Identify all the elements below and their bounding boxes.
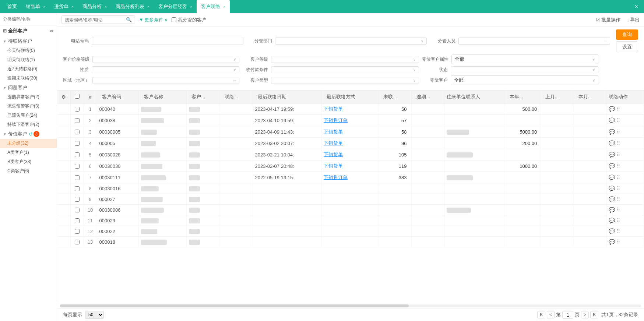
grid-action-icon[interactable]: ⠿ [616,152,620,158]
close-tier-icon[interactable]: × [190,4,192,9]
grid-action-icon[interactable]: ⠿ [616,106,620,112]
export-btn[interactable]: ↓ 导出 [627,17,640,23]
this-year-col-header[interactable]: :本年... [504,91,540,103]
nav-customer-contact[interactable]: 客户联络 × [197,0,230,13]
comment-icon[interactable]: 💬 [609,140,615,146]
row-code[interactable]: 000005 [97,138,139,149]
row-code[interactable]: 000029 [97,215,139,226]
grid-action-icon[interactable]: ⠿ [616,163,620,169]
comment-icon[interactable]: 💬 [609,196,615,202]
comment-icon[interactable]: 💬 [609,218,615,223]
prev-page-btn[interactable]: < [547,311,555,318]
main-search-input[interactable] [65,17,124,22]
retail-attr-select[interactable]: 全部 ∨ [451,54,598,64]
sidebar-item-churn-warning[interactable]: 流失预警客户(3) [0,102,57,111]
sidebar-item-tomorrow[interactable]: 明天待联络(1) [0,55,57,64]
row-last-method[interactable] [321,194,378,205]
row-last-method[interactable] [321,205,378,215]
settings-col-header[interactable]: ⚙ [57,91,70,103]
row-checkbox-input[interactable] [75,152,80,157]
region-select[interactable]: ··· [92,77,239,84]
current-page-input[interactable] [562,311,573,319]
status-select[interactable]: ∨ [451,66,598,73]
row-checkbox-input[interactable] [75,141,80,146]
comment-icon[interactable]: 💬 [609,106,615,112]
row-code[interactable]: 00030016 [97,183,139,194]
customer-type-select[interactable]: ∨ [271,77,419,84]
name-col-header[interactable]: :客户名称 [139,91,187,103]
last-method-col-header[interactable]: :最后联络方式 [321,91,378,103]
row-checkbox-input[interactable] [75,130,80,134]
row-checkbox-input[interactable] [75,197,80,202]
row-checkbox-input[interactable] [75,107,80,112]
comment-icon[interactable]: 💬 [609,152,615,158]
dept-select[interactable]: ∨ [275,38,427,45]
query-button[interactable]: 查询 [616,29,638,40]
row-code[interactable]: 00030028 [97,149,139,160]
sidebar-item-a-class[interactable]: A类客户(1) [0,148,57,157]
row-last-method[interactable]: 下销货单 [321,160,378,172]
row-code[interactable]: 000027 [97,194,139,205]
comment-icon[interactable]: 💬 [609,239,615,245]
sidebar-item-hoard-abnormal[interactable]: 囤购异常客户(2) [0,92,57,102]
row-code[interactable]: 00030111 [97,172,139,183]
not-contacted-col-header[interactable]: :未联... [378,91,411,103]
row-code[interactable]: 00030006 [97,205,139,215]
grid-action-icon[interactable]: ⠿ [616,239,620,245]
close-goods-icon[interactable]: × [105,4,107,9]
row-checkbox-input[interactable] [75,164,80,169]
row-checkbox-input[interactable] [75,229,80,234]
sidebar-search-input[interactable] [3,17,57,22]
comment-icon[interactable]: 💬 [609,117,615,123]
row-checkbox-input[interactable] [75,218,80,223]
price-level-select[interactable]: ∨ [92,56,239,63]
sidebar-item-today[interactable]: 今天待联络(0) [0,46,57,55]
person-select[interactable]: ··· [458,38,610,45]
nav-sales[interactable]: 销售单 × [21,0,50,13]
row-code[interactable]: 000040 [97,103,139,115]
nav-goods-analysis[interactable]: 商品分析 × [78,0,111,13]
row-checkbox-input[interactable] [75,186,80,191]
row-checkbox-input[interactable] [75,175,80,180]
nav-goods-list[interactable]: 商品分析列表 × [111,0,154,13]
payment-select[interactable]: ∨ [271,66,419,73]
comment-icon[interactable]: 💬 [609,174,615,180]
row-last-method[interactable]: 下销货单 [321,138,378,149]
code-col-header[interactable]: :客户编码 [97,91,139,103]
next-page-btn[interactable]: > [581,311,589,318]
retail-customer-select[interactable]: 全部 ∨ [451,75,598,85]
more-conditions-btn[interactable]: ▼ 更多条件 ∧ [139,17,168,23]
row-last-method[interactable] [321,215,378,226]
sidebar-item-ungroup[interactable]: 未分组(32) [0,139,57,148]
grid-action-icon[interactable]: ⠿ [616,129,620,135]
comment-icon[interactable]: 💬 [609,207,615,213]
type-col-header[interactable]: :客户... [186,91,219,103]
select-all-checkbox[interactable] [75,94,80,99]
row-last-method[interactable]: 下销货单 [321,103,378,115]
close-all-icon[interactable]: × [632,3,641,10]
comment-icon[interactable]: 💬 [609,163,615,169]
comment-icon[interactable]: 💬 [609,129,615,135]
close-purchase-icon[interactable]: × [71,4,74,9]
nav-purchase[interactable]: 进货单 × [50,0,78,13]
section-pending-contact[interactable]: ▼ 待联络客户 [0,36,57,46]
row-last-method[interactable] [321,183,378,194]
grid-action-icon[interactable]: ⠿ [616,196,620,202]
first-page-btn[interactable]: K [537,311,545,318]
row-code[interactable]: 000022 [97,226,139,237]
close-contact-icon[interactable]: × [223,4,225,9]
last-month-col-header[interactable]: :上月... [540,91,573,103]
grid-action-icon[interactable]: ⠿ [616,174,620,180]
batch-op-btn[interactable]: ☑ 批量操作 [596,17,620,23]
row-last-method[interactable]: 下销售订单 [321,172,378,183]
sidebar-item-c-class[interactable]: C类客户(6) [0,166,57,176]
row-code[interactable]: 00030030 [97,160,139,172]
overdue-col-header[interactable]: :逾期... [411,91,444,103]
row-checkbox-input[interactable] [75,118,80,123]
last-date-col-header[interactable]: :最后联络日期 [253,91,321,103]
refresh-icon[interactable]: ↺ [29,131,33,137]
contact-col-header[interactable]: :联络... [219,91,253,103]
close-goods-list-icon[interactable]: × [147,4,149,9]
grid-action-icon[interactable]: ⠿ [616,186,620,191]
row-code[interactable]: 000038 [97,115,139,126]
